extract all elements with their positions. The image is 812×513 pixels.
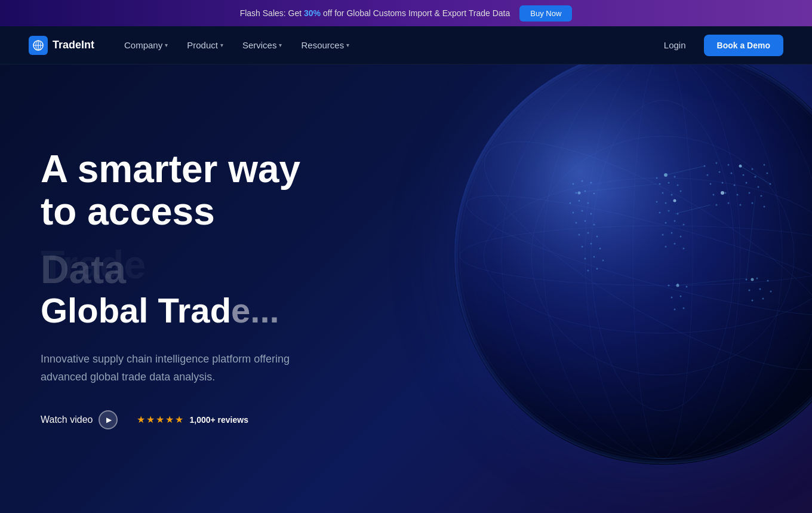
star-1: ★ bbox=[137, 414, 145, 425]
play-icon: ▶ bbox=[99, 410, 118, 429]
reviews-label: reviews bbox=[218, 415, 248, 425]
nav-product[interactable]: Product ▾ bbox=[179, 35, 232, 55]
navbar-left: TradeInt Company ▾ Product ▾ Services ▾ … bbox=[29, 35, 358, 55]
flash-highlight: 30% bbox=[304, 8, 321, 18]
star-2: ★ bbox=[146, 414, 155, 425]
svg-point-123 bbox=[454, 64, 812, 465]
logo[interactable]: TradeInt bbox=[29, 36, 94, 55]
hero-global-trade: Global Trade... bbox=[41, 291, 279, 331]
reviews-text: 1,000+ reviews bbox=[189, 415, 248, 425]
hero-subtitle: Global Trade... bbox=[41, 291, 330, 336]
nav-resources[interactable]: Resources ▾ bbox=[293, 35, 358, 55]
watch-video-button[interactable]: Watch video ▶ bbox=[41, 410, 118, 429]
navbar: TradeInt Company ▾ Product ▾ Services ▾ … bbox=[0, 26, 812, 64]
hero-actions: Watch video ▶ ★ ★ ★ ★ ★ 1,000+ reviews bbox=[41, 410, 330, 429]
login-button[interactable]: Login bbox=[656, 35, 694, 55]
globe-container bbox=[424, 64, 812, 513]
chevron-down-icon: ▾ bbox=[220, 42, 223, 48]
chevron-down-icon: ▾ bbox=[346, 42, 349, 48]
hero-description: Innovative supply chain intelligence pla… bbox=[41, 350, 330, 386]
reviews-section: ★ ★ ★ ★ ★ 1,000+ reviews bbox=[137, 414, 248, 425]
logo-text: TradeInt bbox=[53, 39, 94, 51]
flash-banner: Flash Sales: Get 30% off for Global Cust… bbox=[0, 0, 812, 26]
buy-now-button[interactable]: Buy Now bbox=[519, 5, 572, 21]
cycle-word-trade: Trade bbox=[41, 247, 146, 287]
hero-title: A smarter way to access bbox=[41, 148, 330, 232]
hero-content: A smarter way to access Data Trade Globa… bbox=[0, 100, 370, 477]
hero-line1: A smarter bbox=[41, 148, 217, 191]
book-demo-button[interactable]: Book a Demo bbox=[704, 35, 783, 56]
flash-text: Flash Sales: Get 30% off for Global Cust… bbox=[240, 8, 510, 18]
logo-icon bbox=[29, 36, 48, 55]
star-rating: ★ ★ ★ ★ ★ bbox=[137, 414, 183, 425]
animated-text-cycle: Data Trade bbox=[41, 247, 330, 294]
globe-visual bbox=[454, 64, 812, 465]
star-5: ★ bbox=[175, 414, 183, 425]
globe-svg bbox=[454, 64, 812, 465]
chevron-down-icon: ▾ bbox=[165, 42, 168, 48]
navbar-right: Login Book a Demo bbox=[656, 35, 783, 56]
chevron-down-icon: ▾ bbox=[279, 42, 282, 48]
star-4: ★ bbox=[165, 414, 174, 425]
hero-section: A smarter way to access Data Trade Globa… bbox=[0, 64, 812, 513]
nav-links: Company ▾ Product ▾ Services ▾ Resources… bbox=[116, 35, 358, 55]
nav-services[interactable]: Services ▾ bbox=[234, 35, 291, 55]
nav-company[interactable]: Company ▾ bbox=[116, 35, 176, 55]
star-3: ★ bbox=[156, 414, 164, 425]
reviews-count: 1,000+ bbox=[189, 415, 215, 425]
